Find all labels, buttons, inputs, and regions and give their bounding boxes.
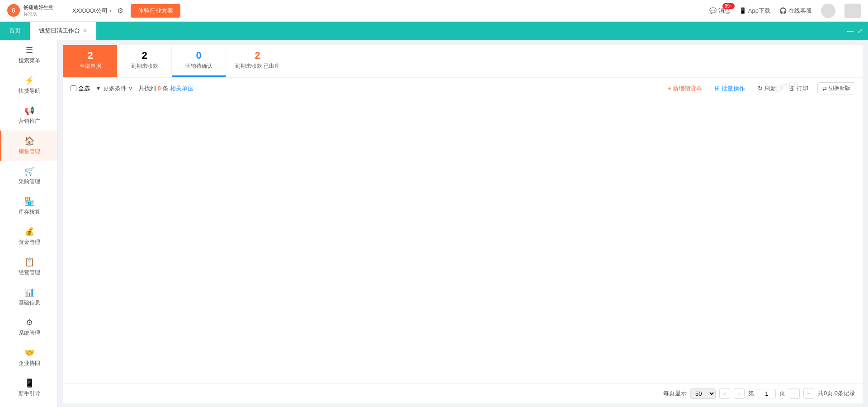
sidebar-label-purchase: 采购管理: [19, 178, 40, 186]
quick-nav-icon: ⚡: [24, 75, 34, 85]
stat-tab-pending[interactable]: 0 旺辅待确认: [172, 45, 226, 77]
app-download-btn[interactable]: 📱 App下载: [739, 7, 770, 15]
marketing-icon: 📢: [24, 106, 34, 116]
sidebar-item-app-center[interactable]: 🎁 应用中心: [0, 403, 57, 407]
company-name: XXXXXX公司: [72, 7, 108, 15]
print-btn[interactable]: 🖨 打印: [785, 83, 812, 94]
sidebar-label-cooperation: 企业协同: [19, 360, 40, 367]
newbie-icon: 📱: [24, 378, 34, 388]
close-tab-icon[interactable]: ✕: [83, 28, 87, 34]
message-icon: 💬: [709, 7, 717, 14]
industry-btn[interactable]: 体验行业方案: [131, 4, 180, 18]
stat-number-overdue: 2: [142, 51, 147, 61]
pagination-bar: 每页显示 50 100 200 « ‹ 第 页 › » 共0页,0条记录: [63, 383, 863, 403]
sidebar-label-search-menu: 搜索菜单: [19, 57, 40, 65]
stats-tabs: 2 全部单据 2 到期未收款 0 旺辅待确认 2 到期未收款 已出库: [63, 45, 863, 77]
found-unit: 条: [162, 85, 168, 92]
sidebar-item-quick-nav[interactable]: ⚡ 快捷导航: [0, 70, 57, 100]
sidebar-label-marketing: 营销推广: [19, 117, 40, 125]
finance-icon: 💰: [24, 227, 34, 237]
logo-icon: 6: [7, 4, 20, 17]
sidebar: ☰ 搜索菜单 ⚡ 快捷导航 📢 营销推广 🏠 销售管理 🛒 采购管理 🏪 库存核…: [0, 40, 58, 407]
select-all-checkbox[interactable]: 全选: [71, 84, 90, 93]
settings-icon[interactable]: ⚙: [117, 6, 123, 15]
page-label: 页: [779, 389, 785, 398]
print-icon: 🖨: [789, 85, 795, 92]
avatar[interactable]: [821, 4, 835, 18]
toolbar-left: 全选 ▼ 更多条件 ∨ 共找到 0 条 相关单据: [71, 84, 659, 93]
refresh-label: 刷新: [764, 84, 776, 93]
tab-workbench-label: 钱货日清工作台: [39, 27, 80, 35]
toolbar-right: + 新增销货单 ⊞ 批量操作 ↻ 刷新 🖨 打印 ⇄ 切换新版: [664, 82, 855, 94]
operations-icon: 📋: [24, 257, 34, 267]
sidebar-label-system: 系统管理: [19, 329, 40, 337]
search-menu-icon: ☰: [26, 45, 33, 55]
sidebar-item-operations[interactable]: 📋 经营管理: [0, 252, 57, 282]
select-all-input[interactable]: [71, 85, 76, 91]
sidebar-item-sales[interactable]: 🏠 销售管理: [0, 131, 57, 161]
sidebar-item-cooperation[interactable]: 🤝 企业协同: [0, 342, 57, 373]
page-size-select[interactable]: 50 100 200: [690, 388, 716, 399]
switch-icon: ⇄: [822, 85, 827, 92]
filter-btn[interactable]: ▼ 更多条件 ∨: [95, 84, 133, 93]
page-input[interactable]: [758, 389, 776, 398]
stat-label-all: 全部单据: [80, 62, 101, 70]
sidebar-item-inventory[interactable]: 🏪 库存核算: [0, 191, 57, 221]
stat-tab-overdue-out[interactable]: 2 到期未收款 已出库: [226, 45, 289, 77]
stat-number-all: 2: [87, 51, 93, 61]
logo-area: 6 畅捷通好生意 标准版: [7, 4, 65, 17]
first-page-btn[interactable]: «: [719, 388, 730, 399]
sidebar-label-quick-nav: 快捷导航: [19, 87, 40, 95]
maximize-icon[interactable]: ⤢: [857, 27, 863, 34]
cooperation-icon: 🤝: [24, 348, 34, 358]
header-right: 💬 消息 99+ 📱 App下载 🎧 在线客服: [709, 4, 861, 18]
main-layout: ☰ 搜索菜单 ⚡ 快捷导航 📢 营销推广 🏠 销售管理 🛒 采购管理 🏪 库存核…: [0, 40, 868, 407]
stat-number-pending: 0: [196, 51, 201, 61]
tab-home[interactable]: 首页: [0, 22, 30, 40]
sidebar-item-finance[interactable]: 💰 资金管理: [0, 221, 57, 252]
sidebar-item-search-menu[interactable]: ☰ 搜索菜单: [0, 40, 57, 70]
tab-workbench[interactable]: 钱货日清工作台 ✕: [30, 22, 96, 40]
sidebar-item-purchase[interactable]: 🛒 采购管理: [0, 161, 57, 191]
refresh-icon: ↻: [758, 85, 763, 92]
add-sale-btn[interactable]: + 新增销货单: [664, 83, 706, 94]
stat-tab-overdue[interactable]: 2 到期未收款: [118, 45, 172, 77]
sidebar-item-basic[interactable]: 📊 基础信息: [0, 282, 57, 312]
next-page-btn[interactable]: ›: [789, 388, 800, 399]
prev-page-btn[interactable]: ‹: [734, 388, 745, 399]
sidebar-label-basic: 基础信息: [19, 299, 40, 307]
sidebar-item-system[interactable]: ⚙ 系统管理: [0, 312, 57, 342]
basic-icon: 📊: [24, 287, 34, 297]
select-all-label: 全选: [78, 84, 90, 93]
company-selector[interactable]: XXXXXX公司 ▾: [72, 7, 112, 15]
app-title: 畅捷通好生意: [24, 4, 53, 10]
message-btn[interactable]: 💬 消息 99+: [709, 7, 730, 15]
stat-tab-all[interactable]: 2 全部单据: [63, 45, 118, 77]
switch-version-btn[interactable]: ⇄ 切换新版: [817, 82, 855, 94]
stat-label-pending: 旺辅待确认: [185, 62, 212, 70]
sidebar-label-operations: 经营管理: [19, 269, 40, 276]
page-label-prefix: 第: [748, 389, 754, 398]
add-sale-label: + 新增销货单: [668, 84, 702, 93]
online-service-btn[interactable]: 🎧 在线客服: [779, 7, 812, 15]
batch-btn[interactable]: ⊞ 批量操作: [711, 83, 749, 94]
found-link[interactable]: 相关单据: [170, 85, 193, 92]
batch-icon: ⊞: [715, 85, 720, 92]
pagination-summary: 共0页,0条记录: [818, 389, 855, 398]
content-area: 2 全部单据 2 到期未收款 0 旺辅待确认 2 到期未收款 已出库 全选: [58, 40, 868, 407]
found-prefix: 共找到: [138, 85, 156, 92]
user-menu[interactable]: [844, 4, 861, 18]
chevron-filter-icon: ∨: [128, 85, 133, 92]
purchase-icon: 🛒: [24, 166, 34, 176]
filter-icon: ▼: [95, 85, 101, 92]
last-page-btn[interactable]: »: [803, 388, 814, 399]
refresh-btn[interactable]: ↻ 刷新: [754, 83, 780, 94]
minimize-icon[interactable]: —: [847, 27, 854, 34]
sidebar-label-finance: 资金管理: [19, 239, 40, 246]
logo-text: 畅捷通好生意 标准版: [24, 4, 53, 17]
tab-home-label: 首页: [9, 27, 21, 35]
sidebar-item-newbie[interactable]: 📱 新手引导: [0, 373, 57, 403]
found-text: 共找到 0 条 相关单据: [138, 84, 193, 93]
sidebar-item-marketing[interactable]: 📢 营销推广: [0, 100, 57, 131]
top-header: 6 畅捷通好生意 标准版 XXXXXX公司 ▾ ⚙ 体验行业方案 💬 消息 99…: [0, 0, 868, 22]
